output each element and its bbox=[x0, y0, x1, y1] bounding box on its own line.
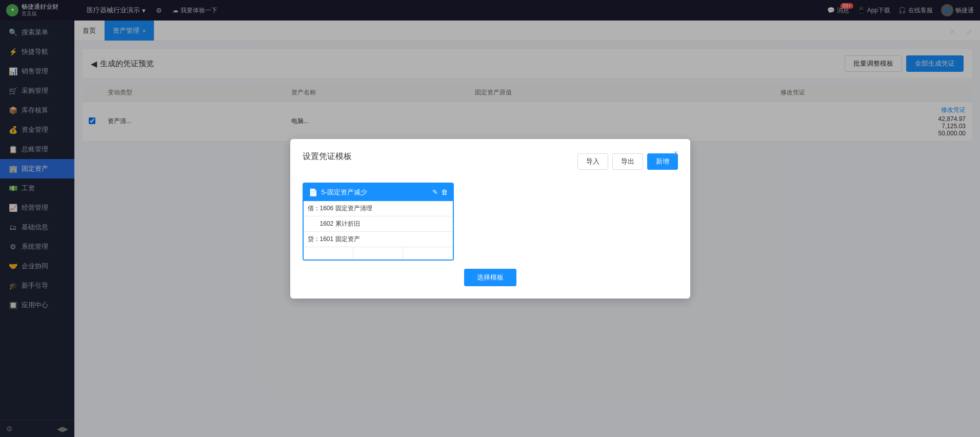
template-delete-icon[interactable]: 🗑 bbox=[441, 188, 448, 196]
template-card: 📄 5-固定资产减少 ✎ 🗑 借：1606 固定资产清理 1602 累计折旧 贷… bbox=[303, 183, 454, 261]
modal-overlay: × 设置凭证模板 导入 导出 新增 📄 5-固定资产减少 ✎ 🗑 bbox=[0, 0, 980, 437]
template-cell-4-1 bbox=[304, 247, 353, 260]
template-card-body: 借：1606 固定资产清理 1602 累计折旧 贷：1601 固定资产 bbox=[304, 201, 453, 260]
modal-close-button[interactable]: × bbox=[670, 147, 682, 160]
window-expand-button[interactable]: ⤢ bbox=[962, 25, 976, 39]
window-close-button[interactable]: × bbox=[945, 25, 959, 39]
window-controls: × ⤢ bbox=[941, 25, 980, 39]
template-edit-icon[interactable]: ✎ bbox=[432, 188, 438, 196]
template-row-3: 贷：1601 固定资产 bbox=[304, 232, 453, 247]
import-button[interactable]: 导入 bbox=[577, 153, 608, 170]
template-row-1: 借：1606 固定资产清理 bbox=[304, 201, 453, 216]
template-card-icons: ✎ 🗑 bbox=[432, 188, 448, 196]
template-cell-4-3 bbox=[403, 247, 453, 260]
modal-box: × 设置凭证模板 导入 导出 新增 📄 5-固定资产减少 ✎ 🗑 bbox=[290, 139, 690, 299]
template-card-header: 📄 5-固定资产减少 ✎ 🗑 bbox=[304, 184, 453, 201]
template-cell-2-1: 1602 累计折旧 bbox=[304, 216, 453, 231]
template-doc-icon: 📄 bbox=[309, 188, 317, 196]
template-cell-3-1: 贷：1601 固定资产 bbox=[304, 232, 453, 247]
template-cell-4-2 bbox=[353, 247, 403, 260]
select-template-section: 选择模板 bbox=[303, 269, 678, 286]
modal-actions: 导入 导出 新增 bbox=[577, 153, 678, 170]
modal-header: 设置凭证模板 导入 导出 新增 bbox=[303, 151, 678, 172]
select-template-button[interactable]: 选择模板 bbox=[464, 269, 516, 286]
modal-title: 设置凭证模板 bbox=[303, 151, 352, 162]
export-button[interactable]: 导出 bbox=[612, 153, 643, 170]
template-row-4 bbox=[304, 247, 453, 260]
template-row-2: 1602 累计折旧 bbox=[304, 216, 453, 232]
template-name: 5-固定资产减少 bbox=[322, 188, 428, 197]
template-cell-1-1: 借：1606 固定资产清理 bbox=[304, 201, 453, 216]
